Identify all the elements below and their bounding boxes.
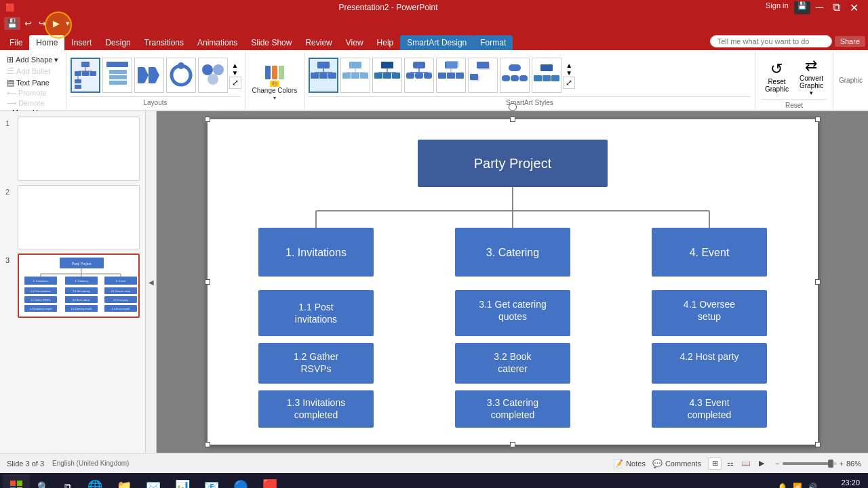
handle-tr[interactable] bbox=[815, 117, 821, 122]
handle-tl[interactable] bbox=[205, 117, 210, 122]
taskbar-edge[interactable]: 🌐 bbox=[81, 474, 109, 488]
svg-text:completed: completed bbox=[490, 409, 534, 420]
handle-bc[interactable] bbox=[510, 442, 515, 447]
slide-thumb-3[interactable]: 3 Party Project 1. Invitations bbox=[5, 253, 140, 318]
layout-cycle-btn[interactable] bbox=[166, 58, 196, 93]
zoom-slider[interactable] bbox=[783, 462, 837, 465]
reading-view-btn[interactable]: 📖 bbox=[739, 458, 753, 470]
add-shape-btn[interactable]: ⊞ Add Shape ▾ bbox=[5, 54, 60, 65]
style-subtle-btn[interactable] bbox=[340, 58, 370, 93]
zoom-thumb[interactable] bbox=[828, 460, 833, 468]
qa-dropdown[interactable]: ▾ bbox=[64, 18, 72, 29]
layout-list-btn[interactable] bbox=[102, 58, 132, 93]
zoom-in-btn[interactable]: + bbox=[840, 460, 844, 468]
wifi-icon[interactable]: 📶 bbox=[793, 483, 802, 489]
taskbar-file-explorer[interactable]: 📁 bbox=[110, 474, 138, 488]
slide-sorter-btn[interactable]: ⚏ bbox=[724, 458, 737, 470]
search-taskbar-btn[interactable]: 🔍 bbox=[31, 474, 55, 488]
handle-mr[interactable] bbox=[815, 279, 821, 285]
handle-bl[interactable] bbox=[205, 442, 210, 447]
slide-preview-3[interactable]: Party Project 1. Invitations 3. Catering… bbox=[18, 253, 140, 318]
clock[interactable]: 23:20 11/08/2019 bbox=[823, 479, 860, 488]
notes-btn[interactable]: 📝 Notes bbox=[613, 459, 646, 468]
convert-graphic-btn[interactable]: ⇄ ConvertGraphic ▾ bbox=[795, 54, 827, 99]
add-bullet-btn[interactable]: ☰ Add Bullet bbox=[5, 66, 60, 77]
demote-btn[interactable]: ⟶ Demote bbox=[5, 98, 60, 108]
slide-preview-1[interactable] bbox=[18, 117, 140, 181]
style-3d-btn[interactable] bbox=[436, 58, 466, 93]
slide-num-3: 3 bbox=[5, 256, 15, 264]
slideshow-btn[interactable]: ▶ bbox=[755, 458, 768, 470]
layout-relationship-btn[interactable] bbox=[198, 58, 228, 93]
present-btn[interactable]: ▶ bbox=[50, 17, 62, 30]
tab-file[interactable]: File bbox=[3, 35, 29, 50]
minimize-btn[interactable]: ─ bbox=[812, 1, 827, 14]
share-btn[interactable]: Share bbox=[835, 36, 865, 47]
tab-review[interactable]: Review bbox=[298, 35, 338, 50]
search-input[interactable] bbox=[710, 35, 832, 47]
layout-process-btn[interactable] bbox=[134, 58, 164, 93]
change-colors-btn[interactable]: 🎨 Change Colors ▾ bbox=[245, 52, 305, 109]
reset-graphic-btn[interactable]: ↺ ResetGraphic bbox=[761, 58, 793, 96]
handle-br[interactable] bbox=[815, 442, 821, 447]
restore-btn[interactable]: ⧉ bbox=[829, 1, 844, 14]
normal-view-btn[interactable]: ⊞ bbox=[708, 458, 722, 470]
taskbar-chrome[interactable]: 🔵 bbox=[226, 474, 255, 488]
handle-ml[interactable] bbox=[205, 279, 210, 285]
tab-smartart-design[interactable]: SmartArt Design bbox=[400, 35, 473, 50]
layout-hierarchy-btn[interactable] bbox=[71, 58, 100, 93]
svg-rect-49 bbox=[438, 73, 446, 79]
tab-transitions[interactable]: Transitions bbox=[138, 35, 191, 50]
svg-rect-9 bbox=[106, 62, 128, 67]
save-icon[interactable]: 💾 bbox=[794, 1, 810, 14]
style-intense-btn[interactable] bbox=[404, 58, 434, 93]
slide-thumb-2[interactable]: 2 bbox=[5, 185, 140, 249]
style-shadow-btn[interactable] bbox=[468, 58, 498, 93]
svg-rect-129 bbox=[652, 343, 767, 384]
zoom-level: 86% bbox=[846, 460, 861, 468]
close-btn[interactable]: ✕ bbox=[846, 1, 863, 14]
tab-home[interactable]: Home bbox=[29, 35, 64, 50]
view-buttons: ⊞ ⚏ 📖 ▶ bbox=[708, 458, 768, 470]
tab-animations[interactable]: Animations bbox=[191, 35, 244, 50]
tab-slideshow[interactable]: Slide Show bbox=[244, 35, 298, 50]
tab-design[interactable]: Design bbox=[98, 35, 137, 50]
svg-text:3.1 Get catering: 3.1 Get catering bbox=[479, 299, 547, 310]
slide-canvas[interactable]: Party Project 1. Invitations bbox=[208, 119, 818, 445]
slide-thumb-1[interactable]: 1 bbox=[5, 117, 140, 181]
svg-rect-25 bbox=[311, 73, 319, 79]
style-more-1[interactable] bbox=[500, 58, 530, 93]
taskbar-mail[interactable]: ✉️ bbox=[139, 474, 167, 488]
layouts-scroll[interactable]: ▲ ▼ ⤢ bbox=[230, 58, 241, 93]
svg-rect-7 bbox=[75, 79, 81, 83]
styles-scroll[interactable]: ▲ ▼ ⤢ bbox=[564, 58, 574, 93]
start-btn[interactable] bbox=[3, 474, 30, 488]
style-moderate-btn[interactable] bbox=[372, 58, 402, 93]
handle-tc[interactable] bbox=[510, 117, 515, 122]
slide-preview-2[interactable] bbox=[18, 185, 140, 249]
comments-btn[interactable]: 💬 Comments bbox=[652, 459, 701, 468]
text-pane-btn[interactable]: ▤ Text Pane bbox=[5, 77, 60, 88]
window-title: Presentation2 - PowerPoint bbox=[338, 3, 437, 12]
volume-icon[interactable]: 🔊 bbox=[808, 483, 817, 489]
task-view-btn[interactable]: ⧉ bbox=[56, 474, 80, 488]
tab-format[interactable]: Format bbox=[473, 35, 513, 50]
panel-collapse-btn[interactable]: ◀ bbox=[146, 111, 157, 453]
notifications-icon[interactable]: 🔔 bbox=[778, 483, 787, 489]
style-more-2[interactable] bbox=[532, 58, 561, 93]
tab-help[interactable]: Help bbox=[370, 35, 401, 50]
style-flat-btn[interactable] bbox=[309, 58, 338, 93]
zoom-out-btn[interactable]: − bbox=[775, 460, 779, 468]
taskbar-excel[interactable]: 📊 bbox=[168, 474, 197, 488]
undo-btn[interactable]: ↩ bbox=[22, 17, 35, 30]
taskbar-powerpoint[interactable]: 🟥 bbox=[256, 474, 284, 488]
tab-insert[interactable]: Insert bbox=[64, 35, 98, 50]
org-chart-svg[interactable]: Party Project 1. Invitations bbox=[221, 133, 804, 431]
redo-btn[interactable]: ↪ bbox=[36, 17, 49, 30]
handle-rotate[interactable] bbox=[509, 103, 517, 111]
promote-btn[interactable]: ⟵ Promote bbox=[5, 88, 60, 98]
save-quick-btn[interactable]: 💾 bbox=[4, 17, 20, 30]
sign-in-btn[interactable]: Sign in bbox=[762, 1, 793, 14]
tab-view[interactable]: View bbox=[339, 35, 370, 50]
taskbar-outlook[interactable]: 📧 bbox=[197, 474, 226, 488]
